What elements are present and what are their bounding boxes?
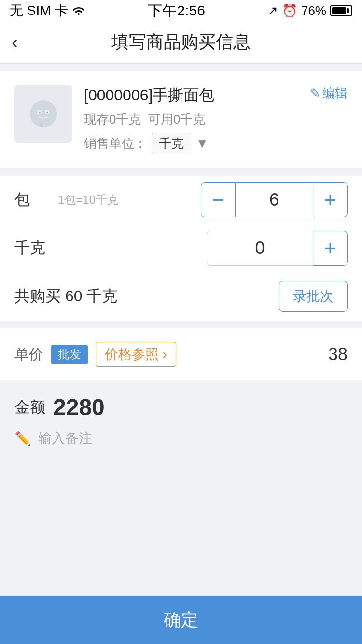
product-name: [0000006]手撕面包 xyxy=(84,85,214,106)
price-value: 38 xyxy=(328,344,348,364)
battery-icon xyxy=(330,5,352,16)
note-placeholder: 输入备注 xyxy=(38,429,92,448)
edit-label: 编辑 xyxy=(322,85,348,102)
batch-button[interactable]: 录批次 xyxy=(279,281,348,312)
svg-point-3 xyxy=(39,112,41,114)
kilogram-row: 千克 + xyxy=(0,224,362,272)
package-input[interactable] xyxy=(236,182,313,217)
product-logo-icon: 智计 xyxy=(29,99,58,128)
location-icon: ↗ xyxy=(267,3,278,18)
page-title: 填写商品购买信息 xyxy=(111,30,251,54)
status-bar: 无 SIM 卡 下午2:56 ↗ ⏰ 76% xyxy=(0,0,362,21)
wifi-icon xyxy=(72,3,85,18)
product-info: [0000006]手撕面包 ✎ 编辑 现存0千克 可用0千克 销售单位： 千克 … xyxy=(84,85,348,154)
svg-text:智计: 智计 xyxy=(40,123,47,127)
price-section: 单价 批发 价格参照 › 38 xyxy=(0,328,362,380)
pencil-icon: ✏️ xyxy=(14,431,31,447)
edit-icon: ✎ xyxy=(310,86,320,101)
amount-value: 2280 xyxy=(53,394,105,420)
price-reference-button[interactable]: 价格参照 › xyxy=(96,342,176,367)
package-decrement-button[interactable]: − xyxy=(201,182,236,217)
price-label: 单价 xyxy=(14,345,43,364)
carrier-text: 无 SIM 卡 xyxy=(10,1,68,20)
package-increment-button[interactable]: + xyxy=(313,182,348,217)
price-row: 单价 批发 价格参照 › 38 xyxy=(14,342,348,367)
edit-button[interactable]: ✎ 编辑 xyxy=(310,85,348,102)
package-stepper: − + xyxy=(201,182,348,217)
unit-dropdown-icon: ▼ xyxy=(196,136,209,151)
svg-point-4 xyxy=(46,112,48,114)
nav-bar: ‹ 填写商品购买信息 xyxy=(0,21,362,64)
package-label: 包 xyxy=(14,189,53,210)
package-sublabel: 1包=10千克 xyxy=(58,192,201,208)
status-time: 下午2:56 xyxy=(148,1,205,21)
product-image: 智计 xyxy=(14,85,72,143)
kilogram-increment-button[interactable]: + xyxy=(313,231,348,266)
amount-label: 金额 xyxy=(14,397,45,418)
kilogram-input[interactable] xyxy=(207,231,313,266)
package-row: 包 1包=10千克 − + xyxy=(0,176,362,224)
product-card: 智计 [0000006]手撕面包 ✎ 编辑 现存0千克 可用0千克 销售单位： … xyxy=(0,71,362,168)
unit-label: 销售单位： xyxy=(84,135,147,152)
confirm-button[interactable]: 确定 xyxy=(0,596,362,644)
amount-section: 金额 2280 ✏️ 输入备注 xyxy=(0,380,362,457)
kilogram-stepper: + xyxy=(207,231,348,266)
kilogram-label: 千克 xyxy=(14,238,53,259)
price-tag: 批发 xyxy=(51,345,88,364)
back-button[interactable]: ‹ xyxy=(12,31,18,53)
product-stock: 现存0千克 可用0千克 xyxy=(84,111,348,128)
status-right: ↗ ⏰ 76% xyxy=(267,3,352,18)
total-row: 共购买 60 千克 录批次 xyxy=(0,272,362,321)
battery-percent: 76% xyxy=(301,3,326,18)
total-label: 共购买 60 千克 xyxy=(14,286,279,307)
note-row[interactable]: ✏️ 输入备注 xyxy=(14,429,348,448)
package-section: 包 1包=10千克 − + 千克 + 共购买 60 千克 录批次 xyxy=(0,176,362,321)
alarm-icon: ⏰ xyxy=(282,3,297,18)
main-content: 智计 [0000006]手撕面包 ✎ 编辑 现存0千克 可用0千克 销售单位： … xyxy=(0,71,362,515)
amount-row: 金额 2280 xyxy=(14,394,348,420)
product-unit-row: 销售单位： 千克 ▼ xyxy=(84,133,348,154)
unit-select[interactable]: 千克 xyxy=(152,133,191,154)
status-left: 无 SIM 卡 xyxy=(10,1,85,20)
